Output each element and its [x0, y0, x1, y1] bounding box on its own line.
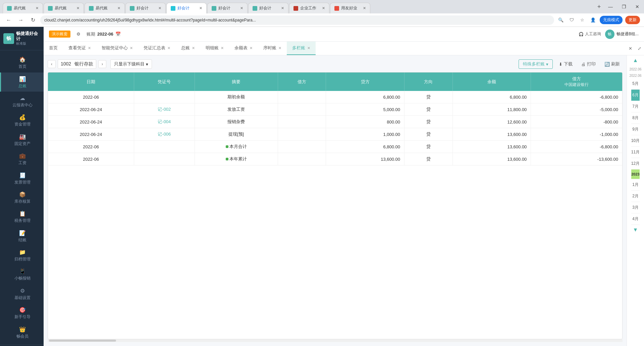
sidebar-item-13[interactable]: 🎯 新手引导	[0, 303, 44, 323]
url-input[interactable]: cloud2.chanjet.com/accounting/uh26t264j5…	[40, 15, 554, 25]
month-item-5[interactable]: 10月	[631, 135, 640, 147]
close-tab-icon-5[interactable]: ✕	[221, 46, 224, 50]
sidebar-item-10[interactable]: 📁 归档管理	[0, 246, 44, 265]
month-item-8[interactable]: 2023	[631, 169, 640, 179]
shield-icon[interactable]: 🛡	[568, 16, 576, 24]
tab-close-icon[interactable]: ✕	[76, 6, 79, 10]
close-tab-icon-7[interactable]: ✕	[278, 46, 281, 50]
month-scroll-down[interactable]: ▼	[627, 225, 644, 235]
sidebar-item-9[interactable]: 📝 结账	[0, 227, 44, 246]
prev-account-button[interactable]: ‹	[48, 60, 56, 68]
browser-tab-t3[interactable]: 易代账 ✕	[85, 3, 125, 13]
cell-voucher[interactable]: 记-004	[134, 116, 195, 128]
close-tab-icon-2[interactable]: ✕	[130, 46, 133, 50]
cell-voucher[interactable]: 记-002	[134, 103, 195, 116]
page-tab-0[interactable]: 首页	[44, 42, 63, 55]
month-item-0[interactable]: 5月	[631, 78, 640, 90]
browser-tab-t8[interactable]: 企业工作 ✕	[289, 3, 329, 13]
page-tab-6[interactable]: 余额表✕	[229, 42, 258, 55]
month-item-3[interactable]: 8月	[631, 112, 640, 124]
browser-tab-t7[interactable]: 好会计 ✕	[248, 3, 288, 13]
sidebar-item-14[interactable]: 👑 畅会员	[0, 323, 44, 342]
star-icon[interactable]: ☆	[578, 16, 586, 24]
search-icon[interactable]: 🔍	[557, 16, 565, 24]
month-item-11[interactable]: 3月	[631, 202, 640, 213]
month-item-6[interactable]: 11月	[631, 147, 640, 158]
browser-tab-t9[interactable]: 用友好业 ✕	[330, 3, 370, 13]
close-tab-icon-3[interactable]: ✕	[167, 46, 170, 50]
sidebar-item-6[interactable]: 🧾 发票管理	[0, 169, 44, 188]
voucher-link[interactable]: 记-002	[158, 107, 171, 112]
page-tab-1[interactable]: 查看凭证✕	[63, 42, 96, 55]
filter-select[interactable]: 只显示下级科目 ▾	[110, 59, 152, 69]
close-tab-icon-6[interactable]: ✕	[250, 46, 253, 50]
sidebar-item-8[interactable]: 📋 税务管理	[0, 207, 44, 226]
settings-icon[interactable]: ⚙	[74, 30, 83, 38]
sidebar-item-12[interactable]: ⚙ 基础设置	[0, 284, 44, 303]
month-scroll-up[interactable]: ▲	[627, 55, 644, 65]
minimize-button[interactable]: —	[606, 3, 614, 11]
sidebar-item-4[interactable]: 🏭 固定资产	[0, 130, 44, 149]
tab-close-icon[interactable]: ✕	[158, 6, 161, 10]
print-button[interactable]: 🖨 打印	[579, 60, 598, 68]
tab-nav-expand-button[interactable]: ⤢	[635, 43, 644, 54]
close-tab-icon-1[interactable]: ✕	[88, 46, 91, 50]
tab-close-icon[interactable]: ✕	[36, 6, 39, 10]
sidebar-item-5[interactable]: 💼 工资	[0, 149, 44, 168]
refresh-button[interactable]: ↻	[28, 15, 38, 25]
close-tab-icon-8[interactable]: ✕	[307, 46, 310, 50]
maximize-button[interactable]: ❐	[620, 3, 628, 11]
new-tab-button[interactable]: +	[594, 2, 604, 11]
page-tab-4[interactable]: 总账✕	[176, 42, 200, 55]
sidebar-item-3[interactable]: 💰 资金管理	[0, 111, 44, 130]
consultant-button[interactable]: 🎧 人工咨询	[579, 31, 601, 37]
calendar-icon[interactable]: 📅	[115, 32, 121, 37]
tab-nav-close-button[interactable]: ✕	[626, 43, 635, 54]
month-item-7[interactable]: 12月	[631, 158, 640, 169]
refresh-button[interactable]: 🔄 刷新	[602, 60, 623, 68]
month-item-12[interactable]: 4月	[631, 213, 640, 225]
tab-close-icon[interactable]: ✕	[281, 6, 284, 10]
tab-close-icon[interactable]: ✕	[363, 6, 366, 10]
close-button[interactable]: ✕	[633, 3, 641, 11]
scrollbar-thumb[interactable]	[49, 340, 116, 342]
month-item-10[interactable]: 2月	[631, 191, 640, 202]
back-button[interactable]: ←	[4, 15, 13, 25]
forward-button[interactable]: →	[16, 15, 25, 25]
browser-tab-t5[interactable]: 好会计 ✕	[166, 3, 207, 13]
page-tab-2[interactable]: 智能凭证中心✕	[96, 42, 138, 55]
sidebar-item-0[interactable]: 🏠 首页	[0, 53, 44, 72]
tab-close-icon[interactable]: ✕	[322, 6, 325, 10]
voucher-link[interactable]: 记-006	[158, 132, 171, 137]
update-button[interactable]: 更新	[625, 16, 640, 24]
month-item-2[interactable]: 7月	[631, 101, 640, 112]
browser-tab-t1[interactable]: 易代账 ✕	[3, 3, 43, 13]
page-tab-3[interactable]: 凭证汇总表✕	[138, 42, 176, 55]
period-value[interactable]: 2022-06	[97, 32, 113, 37]
tab-close-icon[interactable]: ✕	[240, 6, 243, 10]
sidebar-item-1[interactable]: 📊 总账	[0, 72, 44, 92]
sidebar-item-2[interactable]: ☁ 云报表中心	[0, 92, 44, 111]
month-item-4[interactable]: 9月	[631, 124, 640, 135]
page-tab-7[interactable]: 序时账✕	[258, 42, 287, 55]
sidebar-pin[interactable]: ◀◀ 取消固定	[0, 345, 44, 346]
no-trace-button[interactable]: 无痕模式	[600, 16, 623, 24]
multi-col-button[interactable]: 特殊多栏账 ▾	[519, 59, 553, 69]
month-item-1[interactable]: 6月	[631, 90, 640, 101]
tab-close-icon[interactable]: ✕	[117, 6, 120, 10]
sidebar-item-7[interactable]: 📦 库存核算	[0, 188, 44, 207]
voucher-link[interactable]: 记-004	[158, 119, 171, 124]
page-tab-5[interactable]: 明细账✕	[200, 42, 229, 55]
browser-tab-t4[interactable]: 好会计 ✕	[125, 3, 166, 13]
tab-close-icon[interactable]: ✕	[199, 6, 202, 10]
profile-icon[interactable]: 👤	[589, 16, 597, 24]
close-tab-icon-4[interactable]: ✕	[192, 46, 195, 50]
horizontal-scrollbar[interactable]	[48, 339, 623, 342]
next-account-button[interactable]: ›	[98, 60, 106, 68]
browser-tab-t2[interactable]: 易代账 ✕	[44, 3, 84, 13]
cell-voucher[interactable]: 记-006	[134, 128, 195, 141]
page-tab-8[interactable]: 多栏账✕	[287, 42, 316, 55]
month-item-9[interactable]: 1月	[631, 179, 640, 191]
sidebar-item-11[interactable]: 📱 小畅报销	[0, 265, 44, 284]
download-button[interactable]: ⬇ 下载	[556, 60, 575, 68]
